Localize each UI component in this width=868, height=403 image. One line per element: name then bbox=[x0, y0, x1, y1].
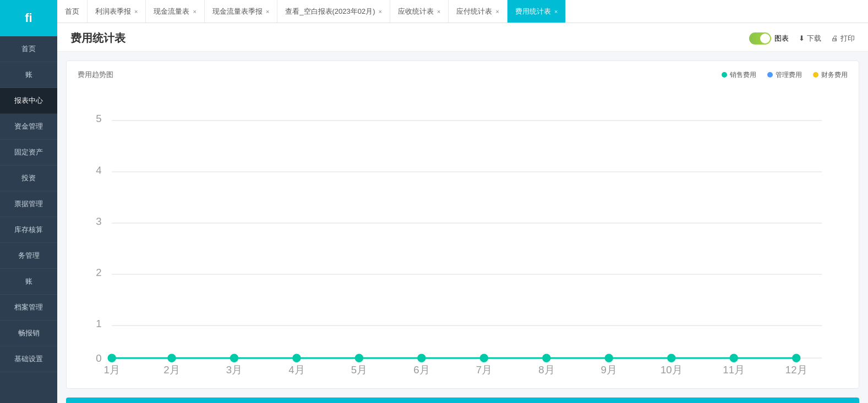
legend-item-admin: 管理费用 bbox=[767, 70, 802, 80]
tab-cashflow-q[interactable]: 现金流量表季报 × bbox=[205, 0, 277, 23]
svg-text:2月: 2月 bbox=[163, 364, 179, 376]
chart-svg: 5 4 3 2 1 0 bbox=[78, 86, 848, 377]
header-actions: 图表 ⬇ 下载 🖨 打印 bbox=[749, 32, 855, 45]
tab-expense-close[interactable]: × bbox=[554, 8, 558, 15]
tab-blank-report[interactable]: 查看_空白报表(2023年02月) × bbox=[277, 0, 390, 23]
svg-text:12月: 12月 bbox=[785, 364, 807, 376]
sidebar-item-fund-mgmt[interactable]: 资金管理 bbox=[0, 114, 57, 140]
svg-text:3月: 3月 bbox=[226, 364, 242, 376]
chart-section: 费用趋势图 销售费用 管理费用 财务费用 bbox=[66, 60, 859, 389]
svg-text:11月: 11月 bbox=[723, 364, 745, 376]
download-button[interactable]: ⬇ 下载 bbox=[799, 34, 821, 43]
tab-cashflow-q-label: 现金流量表季报 bbox=[212, 7, 263, 16]
tab-profit-q[interactable]: 利润表季报 × bbox=[88, 0, 146, 23]
chart-toggle-wrapper: 图表 bbox=[749, 32, 789, 45]
tab-home-label: 首页 bbox=[65, 7, 79, 16]
table-header-row: 费用类型 ‹ 1月 2月 3月 4月 5月 bbox=[66, 398, 859, 404]
sidebar-item-investment[interactable]: 投资 bbox=[0, 165, 57, 191]
sidebar-item-ledger[interactable]: 账 bbox=[0, 269, 57, 295]
tab-payable[interactable]: 应付统计表 × bbox=[449, 0, 507, 23]
tab-cashflow[interactable]: 现金流量表 × bbox=[146, 0, 204, 23]
legend-dot-sales bbox=[722, 72, 727, 78]
legend-label-admin: 管理费用 bbox=[776, 70, 802, 80]
chart-legend: 销售费用 管理费用 财务费用 bbox=[722, 70, 848, 80]
svg-point-22 bbox=[729, 354, 738, 363]
sidebar-item-write-off[interactable]: 畅报销 bbox=[0, 321, 57, 346]
download-icon: ⬇ bbox=[799, 34, 805, 42]
sidebar-item-inventory[interactable]: 库存核算 bbox=[0, 217, 57, 243]
sidebar-item-biz-mgmt[interactable]: 务管理 bbox=[0, 243, 57, 269]
sidebar: fi 首页 账 报表中心 资金管理 固定资产 投资 票据管理 库存核算 务管理 … bbox=[0, 0, 57, 403]
tabs-bar: 首页 利润表季报 × 现金流量表 × 现金流量表季报 × 查看_空白报表(202… bbox=[57, 0, 868, 23]
svg-point-13 bbox=[167, 354, 176, 363]
sidebar-item-report-center[interactable]: 报表中心 bbox=[0, 88, 57, 114]
svg-point-17 bbox=[417, 354, 426, 363]
main-area: 首页 利润表季报 × 现金流量表 × 现金流量表季报 × 查看_空白报表(202… bbox=[57, 0, 868, 403]
print-button[interactable]: 🖨 打印 bbox=[831, 34, 855, 43]
svg-point-20 bbox=[605, 354, 614, 363]
page-header: 费用统计表 图表 ⬇ 下载 🖨 打印 bbox=[57, 23, 868, 52]
svg-point-23 bbox=[792, 354, 801, 363]
chart-header: 费用趋势图 销售费用 管理费用 财务费用 bbox=[78, 70, 848, 80]
svg-text:7月: 7月 bbox=[476, 364, 492, 376]
tab-cashflow-close[interactable]: × bbox=[193, 8, 196, 15]
tab-expense-label: 费用统计表 bbox=[515, 7, 551, 16]
svg-point-19 bbox=[542, 354, 551, 363]
tab-payable-close[interactable]: × bbox=[495, 8, 499, 15]
sidebar-item-archive-mgmt[interactable]: 档案管理 bbox=[0, 295, 57, 321]
sidebar-item-account[interactable]: 账 bbox=[0, 62, 57, 88]
app-logo: fi bbox=[0, 0, 57, 36]
legend-item-finance: 财务费用 bbox=[813, 70, 848, 80]
tab-receivable-label: 应收统计表 bbox=[398, 7, 434, 16]
page-title: 费用统计表 bbox=[70, 31, 125, 46]
sidebar-item-home[interactable]: 首页 bbox=[0, 36, 57, 62]
tab-expense[interactable]: 费用统计表 × bbox=[507, 0, 566, 23]
legend-label-finance: 财务费用 bbox=[821, 70, 848, 80]
svg-text:2: 2 bbox=[96, 267, 101, 278]
tab-home[interactable]: 首页 bbox=[57, 0, 88, 23]
svg-text:1月: 1月 bbox=[104, 364, 120, 376]
sidebar-item-ticket-mgmt[interactable]: 票据管理 bbox=[0, 191, 57, 217]
print-label: 打印 bbox=[840, 34, 855, 43]
svg-point-12 bbox=[107, 354, 116, 363]
svg-text:8月: 8月 bbox=[538, 364, 554, 376]
legend-dot-admin bbox=[767, 72, 773, 78]
page-content: 费用统计表 图表 ⬇ 下载 🖨 打印 费用趋势图 bbox=[57, 23, 868, 403]
tab-blank-report-label: 查看_空白报表(2023年02月) bbox=[285, 7, 375, 16]
svg-text:9月: 9月 bbox=[601, 364, 617, 376]
tab-blank-report-close[interactable]: × bbox=[379, 8, 382, 15]
chart-canvas: 5 4 3 2 1 0 bbox=[78, 86, 848, 377]
svg-text:1: 1 bbox=[96, 318, 101, 329]
legend-item-sales: 销售费用 bbox=[722, 70, 756, 80]
svg-text:10月: 10月 bbox=[660, 364, 683, 376]
tab-cashflow-label: 现金流量表 bbox=[154, 7, 189, 16]
svg-text:6月: 6月 bbox=[413, 364, 429, 376]
legend-dot-finance bbox=[813, 72, 818, 78]
svg-point-16 bbox=[355, 354, 364, 363]
sidebar-item-basic-settings[interactable]: 基础设置 bbox=[0, 346, 57, 372]
tab-cashflow-q-close[interactable]: × bbox=[266, 8, 269, 15]
svg-text:4: 4 bbox=[96, 164, 101, 176]
chart-toggle-label: 图表 bbox=[774, 34, 789, 43]
tab-receivable[interactable]: 应收统计表 × bbox=[390, 0, 449, 23]
download-label: 下载 bbox=[807, 34, 821, 43]
tab-profit-q-close[interactable]: × bbox=[134, 8, 138, 15]
chart-toggle[interactable] bbox=[749, 32, 771, 45]
svg-point-14 bbox=[230, 354, 239, 363]
svg-text:0: 0 bbox=[96, 352, 101, 364]
svg-point-21 bbox=[667, 354, 676, 363]
print-icon: 🖨 bbox=[831, 34, 838, 42]
svg-point-18 bbox=[480, 354, 489, 363]
svg-text:5月: 5月 bbox=[351, 364, 367, 376]
tab-payable-label: 应付统计表 bbox=[456, 7, 492, 16]
tab-receivable-close[interactable]: × bbox=[437, 8, 440, 15]
table-section: 费用类型 ‹ 1月 2月 3月 4月 5月 bbox=[66, 398, 859, 404]
legend-label-sales: 销售费用 bbox=[730, 70, 756, 80]
svg-text:3: 3 bbox=[96, 216, 101, 227]
tab-profit-q-label: 利润表季报 bbox=[95, 7, 131, 16]
svg-text:5: 5 bbox=[96, 113, 101, 124]
svg-text:4月: 4月 bbox=[288, 364, 304, 376]
sidebar-item-fixed-assets[interactable]: 固定资产 bbox=[0, 140, 57, 165]
chart-title: 费用趋势图 bbox=[78, 70, 113, 80]
svg-point-15 bbox=[292, 354, 301, 363]
